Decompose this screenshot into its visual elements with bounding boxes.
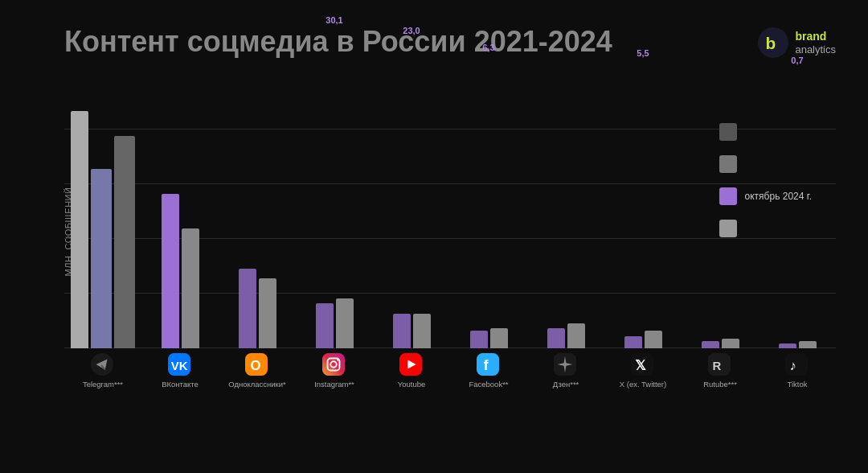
bar-value-label: 23,0 (403, 26, 420, 35)
platform-icon-1: VK (168, 353, 192, 377)
platform-icon-6 (554, 353, 578, 377)
bar-gray (259, 278, 276, 348)
platform-name-label: ВКонтакте (162, 380, 199, 389)
svg-rect-22 (785, 353, 808, 376)
platform-icon-4 (399, 353, 424, 377)
title-years: 2021-2024 (474, 25, 612, 58)
platform-name-label: Одноклассники* (228, 380, 286, 389)
x-label-tiktok: ♪Tiktok (759, 353, 836, 389)
legend-row-4 (719, 220, 812, 237)
bar-value-label: 30,1 (326, 15, 342, 25)
platform-icon-3 (322, 353, 346, 377)
right-legend: октябрь 2024 г. (719, 123, 812, 237)
bar-purple (470, 331, 488, 348)
x-label-telegram: Telegram*** (64, 353, 141, 389)
svg-text:f: f (483, 357, 489, 374)
bar-value-label: 5,5 (637, 48, 649, 58)
bar-purple (239, 269, 256, 348)
bar-purple (624, 336, 642, 349)
legend-box-dark (719, 123, 737, 141)
x-label-xextwitter: 𝕏X (ex. Twitter) (604, 353, 682, 389)
legend-october: октябрь 2024 г. (745, 191, 812, 202)
svg-rect-9 (322, 353, 345, 376)
platform-name-label: Tiktok (788, 380, 808, 389)
main-container: Контент соцмедиа в России 2021-2024 b br… (0, 0, 868, 473)
bar-purple (162, 194, 179, 349)
bar-purple (702, 341, 719, 348)
platform-name-label: Дзен*** (553, 380, 579, 389)
bar-gray (114, 136, 135, 348)
brand-logo: b brand analytics (758, 27, 836, 58)
logo-brand: brand (795, 30, 836, 43)
bar-gray (722, 339, 739, 348)
platform-icon-8: R (708, 353, 732, 377)
legend-row-1 (719, 123, 812, 141)
bar-gray (799, 341, 817, 348)
bar-group-: 378,0 (141, 75, 219, 348)
page-title: Контент соцмедиа в России 2021-2024 (64, 24, 612, 59)
legend-box-purple (719, 187, 737, 205)
legend-row-3: октябрь 2024 г. (719, 187, 812, 205)
logo-analytics: analytics (795, 43, 836, 56)
svg-text:O: O (251, 358, 261, 373)
bar-purple (393, 314, 411, 348)
bar-group-youtube: 23,0 (373, 75, 450, 348)
bar-group-facebook: 6,3 (450, 75, 527, 348)
legend-box-mid (719, 155, 737, 173)
svg-text:VK: VK (171, 359, 188, 372)
bar-gray (490, 328, 508, 348)
platform-icon-9: ♪ (785, 353, 809, 377)
svg-text:𝕏: 𝕏 (635, 359, 646, 374)
svg-text:R: R (713, 359, 722, 372)
bar-purple (91, 169, 112, 349)
logo-icon: b (758, 27, 788, 58)
platform-name-label: Instagram** (314, 380, 354, 389)
platform-icon-2: O (245, 353, 269, 377)
platform-icon-0 (91, 353, 115, 377)
chart-area: МЛН. СООБЩЕНИЙ 378,0154,030,123,06,35,50… (64, 75, 836, 389)
x-label-: OОдноклассники* (219, 353, 296, 389)
platform-name-label: Youtube (398, 380, 426, 389)
bar-gray (182, 228, 199, 348)
x-label-instagram: Instagram** (296, 353, 373, 389)
bar-gray (336, 298, 354, 348)
legend-row-2 (719, 155, 812, 173)
platform-icon-7: 𝕏 (631, 353, 655, 377)
platform-name-label: X (ex. Twitter) (620, 380, 666, 389)
logo-text: brand analytics (795, 30, 836, 56)
x-label-youtube: Youtube (373, 353, 450, 389)
bar-group-telegram (64, 75, 141, 348)
bar-group- (527, 75, 604, 348)
legend-box-gray (719, 220, 737, 237)
x-labels: Telegram***VKВКонтактеOОдноклассники*Ins… (64, 353, 836, 389)
bar-group-instagram: 30,1 (296, 75, 373, 348)
svg-text:b: b (766, 34, 776, 52)
x-label-facebook: fFacebook** (450, 353, 527, 389)
bar-value-label: 0,7 (791, 56, 803, 65)
platform-name-label: Facebook** (469, 380, 508, 389)
bar-gray (413, 314, 431, 348)
x-label-rutube: RRutube*** (682, 353, 759, 389)
x-label-: VKВКонтакте (141, 353, 219, 389)
bar-purple (779, 343, 796, 348)
bar-purple (547, 328, 565, 348)
bar-group-: 154,0 (219, 75, 296, 348)
svg-point-12 (337, 359, 339, 361)
bar-extra (71, 111, 88, 348)
platform-icon-5: f (477, 353, 501, 377)
platform-name-label: Telegram*** (83, 380, 123, 389)
bar-gray (645, 331, 662, 348)
x-label-: Дзен*** (527, 353, 604, 389)
bar-group-xextwitter: 5,5 (604, 75, 682, 348)
platform-name-label: Rutube*** (703, 380, 737, 389)
bar-gray (567, 323, 585, 348)
header: Контент соцмедиа в России 2021-2024 b br… (64, 24, 836, 59)
svg-text:♪: ♪ (790, 359, 796, 374)
bar-value-label: 6,3 (482, 43, 494, 52)
bar-purple (316, 303, 334, 348)
